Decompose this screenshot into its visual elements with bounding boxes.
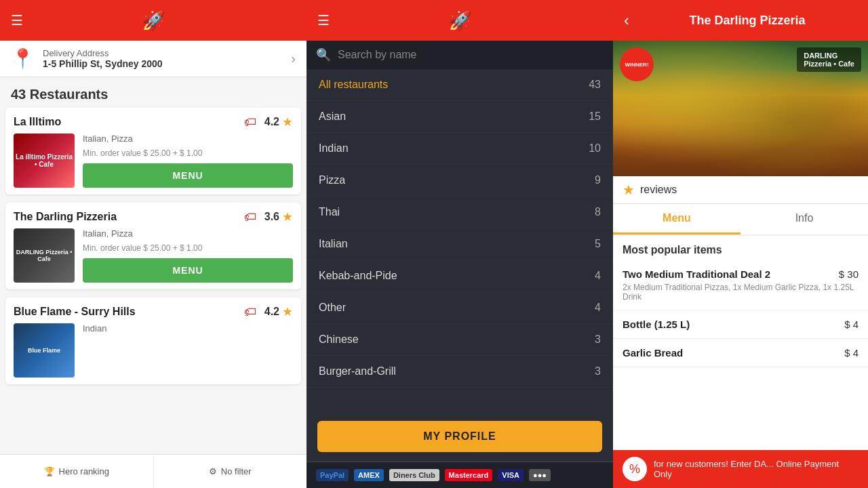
menu-item-desc: 2x Medium Traditional Pizzas, 1x Medium … xyxy=(623,283,859,302)
menu-item-row: Bottle (1.25 L) $ 4 xyxy=(623,319,859,330)
restaurant-thumbnail: DARLING Pizzeria • Cafe xyxy=(14,228,75,283)
menu-icon[interactable]: ☰ xyxy=(11,12,23,28)
restaurant-hero-image: WINNER! DARLINGPizzeria • Cafe xyxy=(613,41,868,176)
paypal-logo: PayPal xyxy=(316,469,349,481)
menu-info-tabs: Menu Info xyxy=(613,204,868,236)
category-count: 5 xyxy=(595,238,601,250)
rating-number: 4.2 xyxy=(264,116,279,128)
category-asian[interactable]: Asian 15 xyxy=(307,101,613,133)
rating-number: 3.6 xyxy=(264,211,279,223)
restaurant-name: The Darling Pizzeria xyxy=(14,211,117,223)
min-order-text: Min. order value $ 25.00 + $ 1.00 xyxy=(83,148,293,158)
discount-icon: 🏷 xyxy=(244,210,256,224)
tab-info[interactable]: Info xyxy=(741,204,868,235)
my-profile-button[interactable]: MY PROFILE xyxy=(317,421,602,452)
rating-badge: 🏷 3.6 ★ xyxy=(244,209,293,224)
mastercard-logo: Mastercard xyxy=(445,469,493,481)
menu-button[interactable]: MENU xyxy=(83,258,293,283)
category-name: Asian xyxy=(319,110,346,123)
category-name: Indian xyxy=(319,142,349,155)
diners-logo: Diners Club xyxy=(389,469,439,481)
left-panel: ☰ 🚀 📍 Delivery Address 1-5 Phillip St, S… xyxy=(0,0,307,488)
category-count: 4 xyxy=(595,270,601,282)
menu-item-price: $ 30 xyxy=(839,268,859,280)
restaurant-list: La Illtimo 🏷 4.2 ★ La illtimo Pizzeria •… xyxy=(0,108,307,454)
menu-item-price: $ 4 xyxy=(844,319,859,330)
visa-logo: VISA xyxy=(498,469,524,481)
category-other[interactable]: Other 4 xyxy=(307,292,613,324)
search-icon: 🔍 xyxy=(316,47,331,62)
category-count: 9 xyxy=(595,174,601,186)
payment-footer: PayPal AMEX Diners Club Mastercard VISA … xyxy=(307,462,613,488)
tab-menu[interactable]: Menu xyxy=(613,204,741,235)
category-burger[interactable]: Burger-and-Grill 3 xyxy=(307,356,613,388)
category-name: Pizza xyxy=(319,174,345,186)
menu-content: Most popular items Two Medium Traditiona… xyxy=(613,236,868,450)
restaurant-count: 43 Restaurants xyxy=(0,77,307,108)
category-name: Italian xyxy=(319,238,348,250)
category-thai[interactable]: Thai 8 xyxy=(307,197,613,228)
category-chinese[interactable]: Chinese 3 xyxy=(307,324,613,356)
hero-ranking-button[interactable]: 🏆 Hero ranking xyxy=(0,455,154,488)
card-body: DARLING Pizzeria • Cafe Italian, Pizza M… xyxy=(5,228,301,289)
menu-item-name: Garlic Bread xyxy=(623,347,683,359)
card-body: La illtimo Pizzeria • Cafe Italian, Pizz… xyxy=(5,134,301,195)
restaurant-header-title: The Darling Pizzeria xyxy=(637,14,857,28)
category-name: Thai xyxy=(319,206,340,218)
category-count: 3 xyxy=(595,333,601,346)
search-bar: 🔍 xyxy=(307,41,613,69)
cuisine-text: Italian, Pizza xyxy=(83,134,293,144)
category-count: 8 xyxy=(595,206,601,218)
category-pizza[interactable]: Pizza 9 xyxy=(307,165,613,197)
hero-ranking-label: Hero ranking xyxy=(59,466,109,476)
logo-icon: 🚀 xyxy=(448,9,472,32)
filter-button[interactable]: ⚙ No filter xyxy=(154,455,307,488)
menu-item: Garlic Bread $ 4 xyxy=(613,339,868,367)
search-input[interactable] xyxy=(338,49,604,61)
delivery-bar[interactable]: 📍 Delivery Address 1-5 Phillip St, Sydne… xyxy=(0,41,307,77)
category-indian[interactable]: Indian 10 xyxy=(307,133,613,165)
category-count: 4 xyxy=(595,302,601,314)
menu-button[interactable]: MENU xyxy=(83,163,293,188)
category-count: 15 xyxy=(589,110,601,123)
rating-badge: 🏷 4.2 ★ xyxy=(244,304,293,319)
category-kebab[interactable]: Kebab-and-Pide 4 xyxy=(307,260,613,292)
rating-number: 4.2 xyxy=(264,306,279,318)
restaurant-details: Italian, Pizza Min. order value $ 25.00 … xyxy=(83,134,293,188)
menu-icon[interactable]: ☰ xyxy=(317,12,330,28)
menu-item-row: Two Medium Traditional Deal 2 $ 30 xyxy=(623,268,859,280)
logo-icon: 🚀 xyxy=(142,9,165,32)
filter-icon: ⚙ xyxy=(209,466,217,476)
menu-item-name: Bottle (1.25 L) xyxy=(623,319,690,330)
category-name: Burger-and-Grill xyxy=(319,365,396,378)
card-header: La Illtimo 🏷 4.2 ★ xyxy=(5,108,301,134)
address-info: Delivery Address 1-5 Phillip St, Sydney … xyxy=(43,48,291,69)
menu-item: Bottle (1.25 L) $ 4 xyxy=(613,310,868,339)
card-body: Blue Flame Indian xyxy=(5,323,301,384)
location-pin-icon: 📍 xyxy=(11,47,35,70)
restaurant-card: The Darling Pizzeria 🏷 3.6 ★ DARLING Piz… xyxy=(5,203,301,289)
category-count: 10 xyxy=(589,142,601,155)
category-name: Kebab-and-Pide xyxy=(319,270,397,282)
hero-restaurant-logo: DARLINGPizzeria • Cafe xyxy=(797,47,861,72)
discount-icon: 🏷 xyxy=(244,115,256,129)
restaurant-name: La Illtimo xyxy=(14,116,61,128)
category-all-restaurants[interactable]: All restaurants 43 xyxy=(307,69,613,101)
promo-footer: % for new customers! Enter DA... Online … xyxy=(613,450,868,488)
cuisine-text: Italian, Pizza xyxy=(83,228,293,239)
delivery-label: Delivery Address xyxy=(43,48,291,58)
restaurant-thumbnail: Blue Flame xyxy=(14,323,75,378)
menu-item-row: Garlic Bread $ 4 xyxy=(623,347,859,359)
right-header: ‹ The Darling Pizzeria xyxy=(613,0,868,41)
star-icon: ★ xyxy=(282,209,293,224)
right-panel: ‹ The Darling Pizzeria WINNER! DARLINGPi… xyxy=(613,0,868,488)
category-italian[interactable]: Italian 5 xyxy=(307,228,613,260)
delivery-address: 1-5 Phillip St, Sydney 2000 xyxy=(43,58,291,69)
restaurant-details: Italian, Pizza Min. order value $ 25.00 … xyxy=(83,228,293,283)
min-order-text: Min. order value $ 25.00 + $ 1.00 xyxy=(83,243,293,253)
category-name: All restaurants xyxy=(319,79,388,91)
amex-logo: AMEX xyxy=(354,469,384,481)
reviews-star-icon: ★ xyxy=(623,182,635,198)
promo-text: for new customers! Enter DA... Online Pa… xyxy=(654,459,859,479)
back-icon[interactable]: ‹ xyxy=(624,11,629,30)
